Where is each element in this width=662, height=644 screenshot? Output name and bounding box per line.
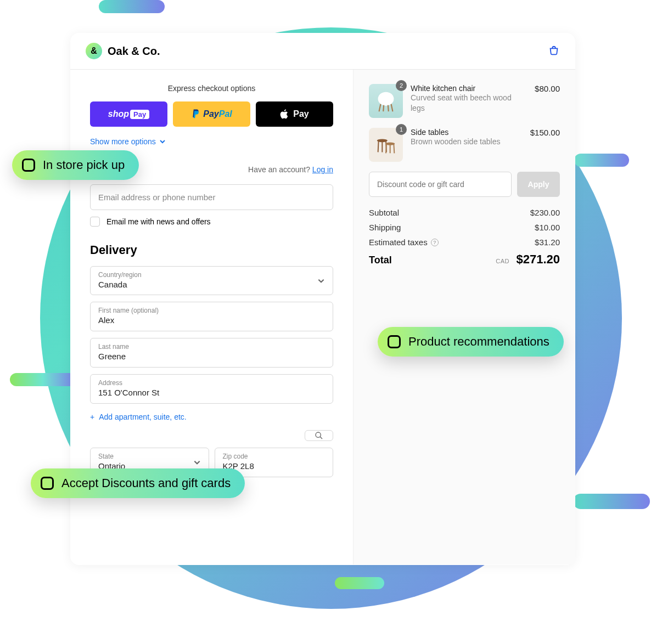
apply-button[interactable]: Apply — [517, 172, 560, 197]
item-title: White kitchen chair — [411, 84, 527, 93]
brand-name: Oak & Co. — [108, 45, 160, 58]
product-thumb-tables: 1 — [369, 128, 403, 162]
total-value: $271.20 — [516, 252, 560, 266]
square-icon — [22, 159, 35, 172]
email-field[interactable] — [90, 184, 333, 210]
currency-label: CAD — [496, 258, 509, 264]
subtotal-label: Subtotal — [369, 208, 399, 217]
search-icon — [315, 431, 323, 440]
shipping-label: Shipping — [369, 223, 401, 232]
total-label: Total — [369, 255, 392, 266]
item-title: Side tables — [411, 128, 523, 137]
chevron-down-icon — [159, 138, 166, 145]
brand-logo-icon: & — [86, 43, 102, 59]
first-name-label: First name (optional) — [98, 307, 325, 314]
last-name-input[interactable] — [98, 352, 325, 361]
paypal-pay: Pay — [203, 109, 218, 119]
item-subtitle: Curved seat with beech wood legs — [411, 93, 527, 114]
zip-input[interactable] — [223, 461, 326, 471]
card-header: & Oak & Co. — [70, 33, 575, 70]
svg-point-0 — [316, 432, 321, 437]
paypal-pal: Pal — [219, 109, 232, 119]
taxes-label: Estimated taxes — [369, 238, 428, 247]
zip-label: Zip code — [223, 453, 326, 460]
item-price: $150.00 — [530, 128, 560, 137]
shipping-value: $10.00 — [535, 223, 560, 232]
apple-icon — [280, 109, 290, 120]
feature-pill-discounts: Accept Discounts and gift cards — [31, 468, 245, 498]
brand: & Oak & Co. — [86, 43, 160, 59]
delivery-heading: Delivery — [90, 243, 333, 257]
line-item: 1 Side tables Brown wooden side tables $… — [369, 128, 560, 162]
applepay-label: Pay — [293, 109, 308, 119]
address-field[interactable]: Address — [90, 374, 333, 404]
shoppay-badge: Pay — [130, 110, 149, 119]
login-link[interactable]: Log in — [312, 165, 333, 174]
item-subtitle: Brown wooden side tables — [411, 137, 523, 147]
discount-input[interactable] — [369, 172, 512, 197]
qty-badge: 2 — [396, 80, 407, 91]
subtotal-value: $230.00 — [530, 208, 560, 217]
country-select[interactable]: Country/region Canada — [90, 266, 333, 295]
last-name-label: Last name — [98, 343, 325, 351]
order-summary: 2 White kitchen chair Curved seat with b… — [353, 70, 575, 564]
square-icon — [388, 335, 401, 348]
paypal-button[interactable]: PayPal — [173, 101, 250, 127]
shoppay-word: shop — [108, 109, 129, 119]
feature-label: In store pick up — [43, 158, 125, 172]
line-item: 2 White kitchen chair Curved seat with b… — [369, 84, 560, 118]
product-thumb-chair: 2 — [369, 84, 403, 118]
express-title: Express checkout options — [90, 84, 333, 93]
first-name-field[interactable]: First name (optional) — [90, 302, 333, 331]
cart-icon[interactable] — [548, 45, 560, 57]
subscribe-label: Email me with news and offers — [106, 217, 211, 226]
qty-badge: 1 — [396, 124, 407, 135]
add-apartment-link[interactable]: + Add apartment, suite, etc. — [90, 413, 187, 421]
feature-label: Product recommendations — [408, 335, 549, 349]
taxes-value: $31.20 — [535, 238, 560, 247]
svg-point-1 — [378, 92, 394, 106]
feature-pill-pickup: In store pick up — [12, 150, 139, 180]
subscribe-checkbox[interactable] — [90, 217, 100, 227]
state-label: State — [98, 453, 201, 460]
applepay-button[interactable]: Pay — [256, 101, 333, 127]
country-label: Country/region — [98, 271, 325, 279]
item-price: $80.00 — [535, 84, 560, 93]
address-label: Address — [98, 379, 325, 387]
address-input[interactable] — [98, 388, 325, 397]
shoppay-button[interactable]: shopPay — [90, 101, 167, 127]
address-search-button[interactable] — [305, 430, 333, 441]
first-name-input[interactable] — [98, 315, 325, 325]
square-icon — [41, 477, 54, 490]
feature-label: Accept Discounts and gift cards — [61, 476, 231, 490]
have-account-text: Have an account? Log in — [248, 165, 333, 174]
show-more-options[interactable]: Show more options — [90, 137, 166, 146]
country-value: Canada — [98, 280, 325, 289]
last-name-field[interactable]: Last name — [90, 338, 333, 368]
plus-icon: + — [90, 413, 94, 421]
feature-pill-recommendations: Product recommendations — [378, 327, 564, 357]
info-icon[interactable]: ? — [431, 239, 439, 246]
